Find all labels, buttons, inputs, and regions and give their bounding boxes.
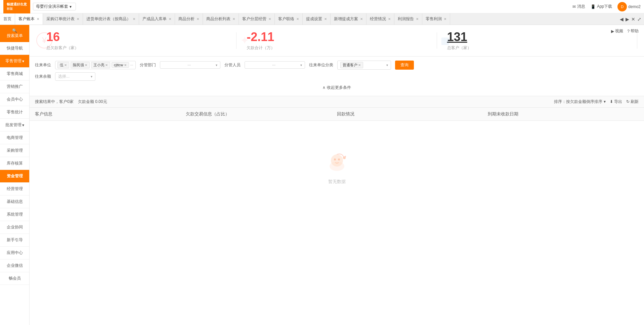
- tab-finished-goods-close[interactable]: ✕: [169, 17, 171, 21]
- tab-customer-layer-close[interactable]: ✕: [268, 17, 271, 21]
- sidebar-item-chang-member[interactable]: 畅会员: [0, 272, 29, 285]
- result-right-actions: 排序：按欠款金额倒序排序 ▾ ⬇ 导出 ↻ 刷新: [554, 99, 639, 105]
- tag-wu: 伍 ✕: [57, 62, 69, 68]
- content-area: ¥ 16 总欠款客户（家） ✦ -2.11 欠款合计（万） ▦ 131 总客户（…: [30, 25, 644, 325]
- unit-class-tag-close[interactable]: ✕: [358, 63, 361, 67]
- tab-product-analysis-close[interactable]: ✕: [197, 17, 199, 21]
- tab-expand-icon[interactable]: ⤢: [637, 16, 641, 22]
- filter-area: 往来单位 伍 ✕ 陈民强 ✕ 王小亮 ✕ cjttcw: [30, 57, 644, 96]
- sidebar-item-wholesale[interactable]: 批发管理 ▾: [0, 119, 29, 132]
- tab-customer-ledger[interactable]: 客户账本 ✕: [15, 13, 43, 25]
- tab-profit-report[interactable]: 利润报告 ✕: [394, 13, 422, 25]
- sidebar-item-basic-info[interactable]: 基础信息: [0, 195, 29, 208]
- sidebar-search[interactable]: 🔍 搜索菜单: [0, 25, 29, 42]
- sidebar-item-marketing[interactable]: 营销推广: [0, 80, 29, 93]
- sort-select[interactable]: 排序：按欠款金额倒序排序 ▾: [554, 99, 606, 105]
- tab-inbound-stats[interactable]: 进货单统计表（按商品） ✕: [83, 13, 139, 25]
- app-download-tool[interactable]: 📱 App下载: [591, 4, 612, 9]
- tab-purchase-order-close[interactable]: ✕: [77, 17, 79, 21]
- sidebar-item-retail[interactable]: 零售管理 ▾: [0, 55, 29, 68]
- sidebar-item-beginner[interactable]: 新手引导: [0, 234, 29, 247]
- tab-product-analysis[interactable]: 商品分析 ✕: [175, 13, 203, 25]
- sidebar-item-member[interactable]: 会员中心: [0, 93, 29, 106]
- sort-arrow-icon: ▾: [604, 99, 606, 104]
- sidebar-item-inventory-label: 库存核算: [7, 161, 23, 166]
- sidebar-item-operations[interactable]: 经营管理: [0, 183, 29, 195]
- sidebar-item-retail-store[interactable]: 零售商城: [0, 68, 29, 80]
- tab-product-list-close[interactable]: ✕: [232, 17, 235, 21]
- sidebar-item-wechat[interactable]: 企业微信: [0, 259, 29, 272]
- sidebar-item-retail-stats[interactable]: 零售统计: [0, 106, 29, 119]
- sidebar-item-ecommerce[interactable]: 电商管理: [0, 132, 29, 144]
- tab-home[interactable]: 首页: [0, 13, 15, 25]
- tab-commission-settings[interactable]: 提成设置 ✕: [303, 13, 331, 25]
- sidebar-item-system[interactable]: 系统管理: [0, 208, 29, 221]
- tab-customer-layer[interactable]: 客户分层经营 ✕: [239, 13, 275, 25]
- tab-operations-close[interactable]: ✕: [388, 17, 391, 21]
- top-bar: 畅捷通好生意 标版 母婴行业演示帐套 ▾ ✉ 消息 📱 App下载 D demo…: [0, 0, 644, 13]
- balance-filter-label: 往来余额: [35, 74, 51, 79]
- user-avatar[interactable]: D demo2: [617, 2, 641, 11]
- collapse-button[interactable]: ∧ 收起更多条件: [35, 83, 639, 92]
- message-icon: ✉: [572, 4, 576, 9]
- chevron-down-icon: ▾: [70, 4, 72, 9]
- sidebar-item-app-center[interactable]: 应用中心: [0, 247, 29, 259]
- stat2-bg-icon: ✦: [237, 32, 253, 48]
- tab-customer-contact-close[interactable]: ✕: [296, 17, 299, 21]
- sidebar-item-retail-store-label: 零售商城: [7, 71, 23, 76]
- tab-inbound-stats-close[interactable]: ✕: [133, 17, 135, 21]
- logo-sub: 标版: [7, 7, 27, 11]
- message-tool[interactable]: ✉ 消息: [572, 4, 585, 9]
- help-link[interactable]: ? 帮助: [627, 28, 639, 34]
- query-button[interactable]: 查询: [395, 61, 414, 70]
- dept-select[interactable]: ··· ▾: [160, 61, 220, 69]
- account-selector[interactable]: 母婴行业演示帐套 ▾: [33, 3, 76, 10]
- help-label: 帮助: [631, 28, 639, 34]
- tag-cjttcw-close[interactable]: ✕: [124, 63, 127, 67]
- tab-retail-profit[interactable]: 零售利润 ✕: [422, 13, 450, 25]
- sidebar-item-retail-stats-label: 零售统计: [7, 110, 23, 114]
- tab-finished-goods[interactable]: 产成品入库单 ✕: [139, 13, 175, 25]
- sidebar-item-enterprise[interactable]: 企业协同: [0, 221, 29, 234]
- sidebar-item-finance[interactable]: 资金管理: [0, 170, 29, 183]
- sidebar-item-chang-member-label: 畅会员: [9, 276, 21, 281]
- stat1-label: 总欠款客户（家）: [46, 45, 79, 51]
- sidebar-item-purchase[interactable]: 采购管理: [0, 144, 29, 157]
- tab-product-list[interactable]: 商品分析列表 ✕: [203, 13, 239, 25]
- person-select[interactable]: ··· ▾: [245, 61, 305, 69]
- tab-customer-ledger-close[interactable]: ✕: [37, 17, 39, 21]
- sidebar-item-inventory[interactable]: 库存核算: [0, 157, 29, 170]
- export-button[interactable]: ⬇ 导出: [610, 99, 622, 105]
- video-link[interactable]: ▶ 视频: [611, 28, 623, 34]
- tab-customer-contact[interactable]: 客户联络 ✕: [275, 13, 303, 25]
- unit-class-select[interactable]: 普通客户 ✕ ▾: [337, 61, 391, 70]
- stats-bar: ¥ 16 总欠款客户（家） ✦ -2.11 欠款合计（万） ▦ 131 总客户（…: [30, 25, 644, 57]
- filter-row-2: 往来余额 选择... ▾: [35, 72, 639, 81]
- tab-commission-settings-close[interactable]: ✕: [324, 17, 327, 21]
- tab-close-all-icon[interactable]: ✕: [631, 16, 635, 22]
- tab-retail-profit-close[interactable]: ✕: [444, 17, 446, 21]
- collapse-label: 收起更多条件: [327, 85, 351, 91]
- tab-new-commission-close[interactable]: ✕: [360, 17, 363, 21]
- tag-chen-close[interactable]: ✕: [85, 63, 87, 67]
- tab-new-commission[interactable]: 新增提成方案 ✕: [331, 13, 367, 25]
- search-icon: 🔍: [12, 28, 17, 33]
- tab-customer-layer-label: 客户分层经营: [242, 16, 266, 22]
- tab-profit-report-close[interactable]: ✕: [416, 17, 419, 21]
- refresh-button[interactable]: ↻ 刷新: [626, 99, 639, 105]
- chevron-up-icon: ∧: [323, 85, 326, 90]
- unit-filter-tags[interactable]: 伍 ✕ 陈民强 ✕ 王小亮 ✕ cjttcw ✕ ···: [55, 61, 136, 69]
- tab-operations[interactable]: 经营情况 ✕: [367, 13, 394, 25]
- col-debt-info: 欠款交易信息（占比）: [186, 111, 337, 117]
- svg-point-2: [334, 158, 336, 160]
- tag-wu-close[interactable]: ✕: [64, 63, 67, 67]
- sidebar-item-app-center-label: 应用中心: [7, 250, 23, 255]
- tag-wang-close[interactable]: ✕: [105, 63, 108, 67]
- tab-next-icon[interactable]: ▶: [626, 16, 629, 22]
- tab-purchase-order[interactable]: 采购订单统计表 ✕: [43, 13, 83, 25]
- tag-more-icon[interactable]: ···: [130, 63, 133, 67]
- tab-prev-icon[interactable]: ◀: [620, 16, 624, 22]
- balance-select[interactable]: 选择... ▾: [55, 72, 95, 81]
- col-repayment: 回款情况: [337, 111, 488, 117]
- sidebar-item-quick-nav[interactable]: 快捷导航: [0, 42, 29, 55]
